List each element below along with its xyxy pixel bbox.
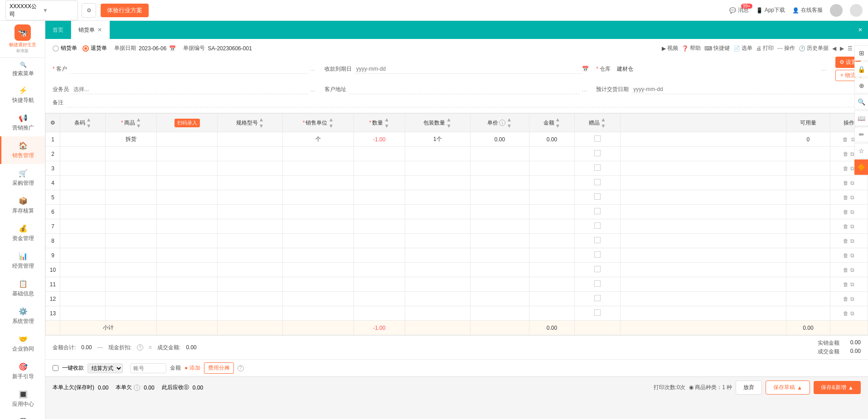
remark-input[interactable] [66,98,861,107]
sidebar-item-newguide[interactable]: 🎯 新手引导 [0,357,45,385]
sidebar-item-inventory[interactable]: 📦 库存核算 [0,192,45,219]
payment-due-input[interactable] [354,64,582,74]
payment-calendar-icon[interactable]: 📅 [582,66,589,72]
copy-icon[interactable]: ⧉ [850,281,854,288]
sidebar-item-wechat[interactable]: 💬 企业微信 [0,413,45,419]
expense-btn[interactable]: 费用分摊 [204,362,234,374]
right-tool-add[interactable]: ⊕ [854,78,868,93]
scan-button[interactable]: 扫码录入 [175,119,200,127]
copy-icon[interactable]: ⧉ [850,310,854,317]
copy-icon[interactable]: ⧉ [850,194,854,201]
app-download-btn[interactable]: 📱 App下载 [756,6,785,14]
cumulative-info-icon[interactable]: i [134,385,140,391]
delete-icon[interactable]: 🗑 [843,136,848,143]
gift-checkbox[interactable] [594,208,601,214]
online-service-btn[interactable]: 👤 在线客服 [792,6,823,14]
gift-checkbox[interactable] [594,222,601,229]
copy-icon[interactable]: ⧉ [850,209,854,215]
right-tool-book[interactable]: 📖 [854,111,868,126]
gift-checkbox[interactable] [594,237,601,243]
account-input[interactable] [130,363,166,373]
right-tool-edit[interactable]: ✏ [854,127,868,142]
customer-more-icon[interactable]: … [308,66,317,72]
list-view-btn[interactable]: ☰ [848,45,853,52]
gift-checkbox[interactable] [594,150,601,156]
delete-icon[interactable]: 🗑 [843,252,849,259]
company-selector[interactable]: XXXXXX公司 ▼ [5,0,78,20]
message-btn[interactable]: 💬 消息 99+ [729,6,749,14]
delete-icon[interactable]: 🗑 [843,209,849,215]
delete-icon[interactable]: 🗑 [843,165,849,172]
settlement-select[interactable]: 结算方式 [87,363,123,373]
gift-checkbox[interactable] [594,179,601,185]
copy-icon[interactable]: ⧉ [850,252,854,259]
settings-button[interactable]: ⚙ [82,3,96,18]
sidebar-item-quick-nav[interactable]: ⚡ 快捷导航 [0,81,45,109]
delete-icon[interactable]: 🗑 [843,296,849,302]
sidebar-item-enterprise[interactable]: 🤝 企业协同 [0,330,45,357]
avatar[interactable] [830,4,843,17]
sidebar-item-marketing[interactable]: 📢 营销推广 [0,109,45,136]
sidebar-item-purchase[interactable]: 🛒 采购管理 [0,164,45,192]
app-brand[interactable]: 🐄 畅捷通好生意 标准版 [0,21,45,58]
discount-info-icon[interactable]: ? [137,344,143,351]
salesperson-more-icon[interactable]: … [308,87,317,93]
save-new-button[interactable]: 保存&新增 ▲ [814,381,861,394]
add-btn[interactable]: ● 添加 [184,364,200,372]
trial-button[interactable]: 体验行业方案 [101,4,149,17]
sidebar-search[interactable]: 🔍 搜索菜单 [0,58,45,81]
sidebar-item-finance[interactable]: 💰 资金管理 [0,219,45,247]
copy-icon[interactable]: ⧉ [850,223,854,230]
sidebar-item-appcenter[interactable]: 🔳 应用中心 [0,385,45,413]
radio-sales[interactable]: 销货单 [53,44,77,52]
tab-sales-order[interactable]: 销货单 ✕ [71,21,110,39]
delete-icon[interactable]: 🗑 [843,180,849,186]
help-link[interactable]: ❓ 帮助 [682,44,701,52]
next-btn[interactable]: ▶ [840,45,844,52]
gift-checkbox[interactable] [594,295,601,301]
shortcut-link[interactable]: ⌨ 快捷键 [704,44,730,52]
addr-more-icon[interactable]: … [580,87,589,93]
salesperson-input[interactable] [72,85,308,94]
sidebar-item-base[interactable]: 📋 基础信息 [0,275,45,302]
select-link[interactable]: 📄 选单 [733,44,752,52]
price-info-icon[interactable]: i [499,120,505,126]
gift-checkbox[interactable] [594,251,601,258]
gift-checkbox[interactable] [594,193,601,200]
delete-icon[interactable]: 🗑 [843,223,849,230]
row-quantity[interactable]: -1.00 [354,132,405,147]
radio-return[interactable]: 退货单 [82,44,107,52]
history-link[interactable]: 🕐 历史单据 [799,44,829,52]
gift-checkbox[interactable] [594,266,601,272]
gift-checkbox[interactable] [594,309,601,316]
copy-icon[interactable]: ⧉ [850,296,854,302]
delete-icon[interactable]: 🗑 [843,267,849,273]
tab-close-all[interactable]: ✕ [853,21,868,39]
delete-icon[interactable]: 🗑 [843,281,849,288]
row-amount[interactable]: 0.00 [529,132,574,147]
row-unit[interactable]: 个 [283,132,354,147]
th-scan[interactable]: 扫码录入 [157,114,218,132]
right-tool-orange[interactable]: 🔶 [854,159,868,175]
expense-info-icon[interactable]: ? [238,365,244,371]
th-settings[interactable]: ⚙ [46,114,60,132]
expected-delivery-input[interactable] [631,85,854,94]
tab-home[interactable]: 首页 [45,21,71,39]
right-tool-lock[interactable]: 🔒 [854,62,868,77]
tab-close-icon[interactable]: ✕ [97,27,102,33]
print-link[interactable]: 🖨 打印 [756,44,774,52]
draft-button[interactable]: 保存草稿 ▲ [766,380,810,395]
delete-icon[interactable]: 🗑 [843,194,849,201]
avatar-extra[interactable] [850,4,863,17]
operate-link[interactable]: ⋯ 操作 [777,44,795,52]
row-barcode[interactable] [60,132,106,147]
customer-addr-input[interactable] [349,85,580,94]
row-spec[interactable] [217,132,282,147]
gift-checkbox[interactable] [594,280,601,287]
video-link[interactable]: ▶ 视频 [662,44,678,52]
table-settings-icon[interactable]: ⚙ [50,120,55,126]
sidebar-item-sales[interactable]: 🏠 销售管理 [0,136,45,164]
right-tool-grid[interactable]: ⊞ [854,45,868,61]
abandon-button[interactable]: 放弃 [736,380,762,395]
delete-icon[interactable]: 🗑 [843,310,849,317]
